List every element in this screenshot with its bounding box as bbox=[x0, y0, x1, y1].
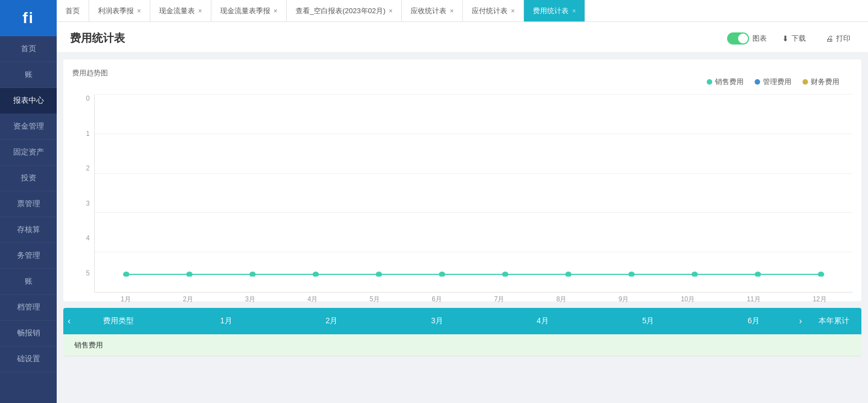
x-label-aug: 8月 bbox=[556, 295, 567, 304]
chart-toggle-label: 图表 bbox=[752, 34, 767, 43]
th-month-1: 1月 bbox=[173, 316, 279, 326]
close-profit-quarterly[interactable]: × bbox=[137, 7, 141, 15]
th-month-3: 3月 bbox=[384, 316, 490, 326]
chart-toggle[interactable] bbox=[727, 32, 749, 45]
svg-point-3 bbox=[313, 272, 319, 277]
legend-finance: 财务费用 bbox=[803, 77, 839, 87]
close-cashflow[interactable]: × bbox=[198, 7, 202, 15]
sidebar-item-accounts[interactable]: 账 bbox=[0, 269, 57, 295]
table-section: 费用类型 ‹ 1月 2月 3月 4月 5月 6月› 本年累计 销售费用 bbox=[63, 308, 861, 356]
svg-point-5 bbox=[439, 272, 445, 277]
tab-receivable[interactable]: 应收统计表 × bbox=[402, 0, 463, 21]
chart-canvas-wrapper: 5 4 3 2 1 0 bbox=[72, 95, 853, 292]
chart-legend: 销售费用 管理费用 财务费用 bbox=[707, 77, 839, 87]
legend-mgmt: 管理费用 bbox=[755, 77, 791, 87]
download-button[interactable]: ⬇ 下载 bbox=[778, 31, 810, 46]
svg-point-9 bbox=[691, 272, 697, 277]
th-month-5: 5月 bbox=[596, 316, 701, 326]
sidebar-item-basic-settings[interactable]: 础设置 bbox=[0, 346, 57, 372]
header-actions: 图表 ⬇ 下载 🖨 打印 bbox=[727, 31, 855, 46]
svg-point-6 bbox=[502, 272, 508, 277]
legend-label-mgmt: 管理费用 bbox=[763, 77, 791, 87]
sidebar-item-ledger[interactable]: 账 bbox=[0, 62, 57, 88]
sidebar-item-service-mgmt[interactable]: 务管理 bbox=[0, 243, 57, 269]
svg-point-2 bbox=[249, 272, 255, 277]
close-cashflow-quarterly[interactable]: × bbox=[274, 7, 277, 15]
x-label-apr: 4月 bbox=[307, 295, 318, 304]
sidebar: fi 首页 账 报表中心 资金管理 固定资产 投资 票管理 存核算 务管理 账 … bbox=[0, 0, 57, 403]
y-label-5: 5 bbox=[86, 269, 90, 277]
next-month-button[interactable]: › bbox=[799, 316, 802, 326]
sidebar-item-invoice-mgmt[interactable]: 票管理 bbox=[0, 191, 57, 217]
y-label-1: 1 bbox=[86, 130, 90, 137]
tab-blank-report[interactable]: 查看_空白报表(2023年02月) × bbox=[287, 0, 402, 21]
page-title: 费用统计表 bbox=[70, 31, 125, 46]
app-logo: fi bbox=[0, 0, 57, 36]
content-area: 费用统计表 图表 ⬇ 下载 🖨 打印 费用趋势图 bbox=[57, 22, 868, 403]
sidebar-item-fund-mgmt[interactable]: 资金管理 bbox=[0, 114, 57, 140]
svg-point-10 bbox=[755, 272, 761, 277]
print-icon: 🖨 bbox=[826, 34, 833, 43]
tab-cashflow-quarterly[interactable]: 现金流量表季报 × bbox=[211, 0, 287, 21]
th-month-2: 2月 bbox=[279, 316, 385, 326]
x-axis-labels: 1月 2月 3月 4月 5月 6月 7月 8月 9月 10月 11月 bbox=[95, 295, 853, 304]
y-label-0: 0 bbox=[86, 95, 90, 102]
legend-dot-mgmt bbox=[755, 79, 760, 85]
x-label-mar: 3月 bbox=[245, 295, 255, 304]
tab-home[interactable]: 首页 bbox=[57, 0, 89, 21]
x-label-jan: 1月 bbox=[121, 295, 131, 304]
legend-label-sales: 销售费用 bbox=[715, 77, 744, 87]
th-month-6: 6月› bbox=[701, 316, 806, 326]
tab-expense[interactable]: 费用统计表 × bbox=[524, 0, 585, 21]
chart-section: 费用趋势图 销售费用 管理费用 财务费用 bbox=[63, 59, 861, 301]
main-area: 首页 利润表季报 × 现金流量表 × 现金流量表季报 × 查看_空白报表(202… bbox=[57, 0, 868, 403]
print-button[interactable]: 🖨 打印 bbox=[821, 31, 855, 46]
td-type: 销售费用 bbox=[63, 340, 173, 350]
y-axis: 5 4 3 2 1 0 bbox=[72, 95, 94, 292]
svg-point-11 bbox=[818, 272, 824, 277]
download-icon: ⬇ bbox=[782, 34, 789, 43]
table-row: 销售费用 bbox=[63, 334, 861, 356]
x-label-jun: 6月 bbox=[432, 295, 443, 304]
page-header: 费用统计表 图表 ⬇ 下载 🖨 打印 bbox=[57, 22, 868, 53]
x-label-dec: 12月 bbox=[812, 295, 826, 304]
sidebar-item-fixed-assets[interactable]: 固定资产 bbox=[0, 140, 57, 165]
legend-label-finance: 财务费用 bbox=[811, 77, 839, 87]
sidebar-item-home[interactable]: 首页 bbox=[0, 36, 57, 62]
sidebar-item-inventory-calc[interactable]: 存核算 bbox=[0, 217, 57, 243]
close-expense[interactable]: × bbox=[572, 7, 576, 15]
close-payable[interactable]: × bbox=[511, 7, 515, 15]
x-label-may: 5月 bbox=[370, 295, 380, 304]
chart-toggle-container: 图表 bbox=[727, 32, 767, 45]
svg-point-0 bbox=[123, 272, 129, 277]
y-label-4: 4 bbox=[86, 234, 90, 242]
th-month-4: 4月 bbox=[490, 316, 596, 326]
legend-dot-finance bbox=[803, 79, 808, 85]
x-label-oct: 10月 bbox=[681, 295, 695, 304]
legend-dot-sales bbox=[707, 79, 712, 85]
th-total: 本年累计 bbox=[806, 316, 861, 326]
sidebar-item-investment[interactable]: 投资 bbox=[0, 165, 57, 191]
chart-svg bbox=[95, 95, 853, 277]
close-receivable[interactable]: × bbox=[450, 7, 454, 15]
svg-point-7 bbox=[565, 272, 571, 277]
chart-wrapper: 费用趋势图 销售费用 管理费用 财务费用 bbox=[72, 68, 853, 292]
tab-profit-quarterly[interactable]: 利润表季报 × bbox=[89, 0, 150, 21]
table-header: 费用类型 ‹ 1月 2月 3月 4月 5月 6月› 本年累计 bbox=[63, 308, 861, 334]
chart-area: 5 4 3 2 1 0 bbox=[72, 95, 853, 292]
sidebar-item-file-mgmt[interactable]: 档管理 bbox=[0, 295, 57, 321]
x-label-nov: 11月 bbox=[747, 295, 761, 304]
prev-month-button[interactable]: ‹ bbox=[68, 316, 70, 326]
th-type: 费用类型 ‹ bbox=[63, 316, 173, 326]
close-blank-report[interactable]: × bbox=[389, 7, 392, 15]
tab-payable[interactable]: 应付统计表 × bbox=[463, 0, 524, 21]
legend-sales: 销售费用 bbox=[707, 77, 744, 87]
tab-bar: 首页 利润表季报 × 现金流量表 × 现金流量表季报 × 查看_空白报表(202… bbox=[57, 0, 868, 22]
tab-cashflow[interactable]: 现金流量表 × bbox=[150, 0, 211, 21]
sidebar-item-report-center[interactable]: 报表中心 bbox=[0, 88, 57, 114]
y-label-2: 2 bbox=[86, 164, 90, 172]
x-label-sep: 9月 bbox=[619, 295, 629, 304]
y-label-3: 3 bbox=[86, 200, 90, 207]
sidebar-item-smooth-sales[interactable]: 畅报销 bbox=[0, 321, 57, 346]
chart-plot: 1月 2月 3月 4月 5月 6月 7月 8月 9月 10月 11月 bbox=[94, 95, 853, 292]
